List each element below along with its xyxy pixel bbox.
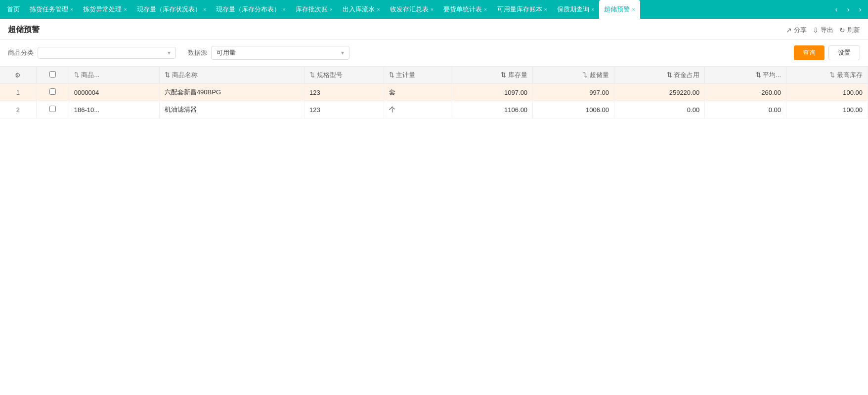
col-max-sort-icon: ⇅ bbox=[829, 71, 835, 79]
category-chevron-icon: ▾ bbox=[168, 49, 171, 56]
datasource-label: 数据源 bbox=[188, 48, 207, 57]
page-title: 超储预警 bbox=[8, 25, 40, 35]
table-row: 1 0000004 六配套新昌490BPG 123 套 1097.00 997.… bbox=[0, 84, 868, 101]
row-name-1: 机油滤清器 bbox=[159, 101, 304, 118]
datasource-filter: 数据源 可用量 ▾ bbox=[188, 46, 349, 60]
row-capital-1: 0.00 bbox=[614, 101, 704, 118]
select-all-checkbox[interactable] bbox=[49, 71, 56, 78]
refresh-button[interactable]: ↻ 刷新 bbox=[839, 26, 860, 35]
nav-item-9[interactable]: 可用量库存账本 × bbox=[492, 0, 552, 19]
col-stock-sort-icon: ⇅ bbox=[501, 71, 506, 79]
nav-close-2[interactable]: × bbox=[124, 6, 127, 12]
col-name-header[interactable]: ⇅ 商品名称 bbox=[159, 67, 304, 84]
refresh-icon: ↻ bbox=[839, 26, 845, 34]
row-unit-0: 套 bbox=[384, 84, 451, 101]
col-checkbox[interactable] bbox=[36, 67, 69, 84]
data-table: ⚙ ⇅ 商品... ⇅ 商品名称 ⇅ 规格型号 bbox=[0, 66, 868, 118]
nav-item-7[interactable]: 收发存汇总表 × bbox=[385, 0, 438, 19]
nav-item-10[interactable]: 保质期查询 × bbox=[552, 0, 599, 19]
gear-icon: ⚙ bbox=[15, 72, 21, 79]
page-header: 超储预警 ↗ 分享 ⇩ 导出 ↻ 刷新 bbox=[0, 19, 868, 40]
col-spec-header[interactable]: ⇅ 规格型号 bbox=[304, 67, 384, 84]
row-checkbox-0[interactable] bbox=[36, 84, 69, 101]
nav-close-9[interactable]: × bbox=[544, 6, 547, 12]
datasource-chevron-icon: ▾ bbox=[341, 49, 344, 56]
col-avg-header[interactable]: ⇅ 平均... bbox=[705, 67, 786, 84]
col-code-sort-icon: ⇅ bbox=[74, 71, 80, 79]
nav-item-6[interactable]: 出入库流水 × bbox=[338, 0, 385, 19]
row-num-1: 2 bbox=[0, 101, 36, 118]
export-icon: ⇩ bbox=[813, 26, 819, 34]
nav-close-8[interactable]: × bbox=[484, 6, 487, 12]
row-spec-1: 123 bbox=[304, 101, 384, 118]
nav-close-1[interactable]: × bbox=[70, 6, 73, 12]
col-capital-sort-icon: ⇅ bbox=[667, 71, 672, 79]
table-wrapper: ⚙ ⇅ 商品... ⇅ 商品名称 ⇅ 规格型号 bbox=[0, 66, 868, 118]
row-spec-0: 123 bbox=[304, 84, 384, 101]
nav-bar: 首页 拣货任务管理 × 拣货异常处理 × 现存量（库存状况表） × 现存量（库存… bbox=[0, 0, 868, 19]
col-capital-header[interactable]: ⇅ 资金占用 bbox=[614, 67, 704, 84]
nav-item-8[interactable]: 要货单统计表 × bbox=[438, 0, 492, 19]
share-button[interactable]: ↗ 分享 bbox=[786, 26, 807, 35]
col-stock-header[interactable]: ⇅ 库存量 bbox=[451, 67, 533, 84]
row-code-1: 186-10... bbox=[69, 101, 159, 118]
filter-buttons: 查询 设置 bbox=[794, 45, 860, 60]
col-over-sort-icon: ⇅ bbox=[582, 71, 588, 79]
nav-item-4[interactable]: 现存量（库存分布表） × bbox=[211, 0, 290, 19]
category-filter: 商品分类 ▾ bbox=[8, 47, 176, 59]
settings-button[interactable]: 设置 bbox=[828, 45, 860, 60]
share-icon: ↗ bbox=[786, 26, 792, 34]
row-avg-0: 260.00 bbox=[705, 84, 786, 101]
datasource-select[interactable]: 可用量 ▾ bbox=[211, 46, 349, 60]
nav-item-5[interactable]: 库存批次账 × bbox=[291, 0, 338, 19]
category-label: 商品分类 bbox=[8, 48, 34, 57]
col-unit-sort-icon: ⇅ bbox=[389, 71, 394, 79]
col-over-header[interactable]: ⇅ 超储量 bbox=[533, 67, 614, 84]
nav-close-10[interactable]: × bbox=[591, 6, 594, 12]
query-button[interactable]: 查询 bbox=[794, 45, 825, 60]
row-name-0: 六配套新昌490BPG bbox=[159, 84, 304, 101]
row-over-0: 997.00 bbox=[533, 84, 614, 101]
page-content: 超储预警 ↗ 分享 ⇩ 导出 ↻ 刷新 商品分类 ▾ 数据源 bbox=[0, 19, 868, 395]
category-select[interactable]: ▾ bbox=[38, 47, 176, 59]
row-unit-1: 个 bbox=[384, 101, 451, 118]
nav-close-11[interactable]: × bbox=[632, 6, 635, 12]
col-spec-sort-icon: ⇅ bbox=[309, 71, 315, 79]
row-avg-1: 0.00 bbox=[705, 101, 786, 118]
datasource-select-value: 可用量 bbox=[217, 48, 236, 57]
col-settings[interactable]: ⚙ bbox=[0, 67, 36, 84]
nav-item-active[interactable]: 超储预警 × bbox=[599, 0, 640, 19]
row-num-0: 1 bbox=[0, 84, 36, 101]
row-capital-0: 259220.00 bbox=[614, 84, 704, 101]
nav-item-1[interactable]: 拣货任务管理 × bbox=[25, 0, 78, 19]
page-actions: ↗ 分享 ⇩ 导出 ↻ 刷新 bbox=[786, 26, 860, 35]
row-code-0: 0000004 bbox=[69, 84, 159, 101]
nav-arrows: ‹ › › bbox=[830, 0, 866, 19]
row-max-1: 100.00 bbox=[786, 101, 868, 118]
table-header-row: ⚙ ⇅ 商品... ⇅ 商品名称 ⇅ 规格型号 bbox=[0, 67, 868, 84]
row-max-0: 100.00 bbox=[786, 84, 868, 101]
nav-next-button[interactable]: › bbox=[842, 0, 854, 19]
col-avg-sort-icon: ⇅ bbox=[756, 71, 761, 79]
nav-item-home[interactable]: 首页 bbox=[2, 0, 25, 19]
col-max-header[interactable]: ⇅ 最高库存 bbox=[786, 67, 868, 84]
row-checkbox-1[interactable] bbox=[36, 101, 69, 118]
row-stock-1: 1106.00 bbox=[451, 101, 533, 118]
nav-close-5[interactable]: × bbox=[330, 6, 333, 12]
col-unit-header[interactable]: ⇅ 主计量 bbox=[384, 67, 451, 84]
table-row: 2 186-10... 机油滤清器 123 个 1106.00 1006.00 … bbox=[0, 101, 868, 118]
row-over-1: 1006.00 bbox=[533, 101, 614, 118]
export-button[interactable]: ⇩ 导出 bbox=[813, 26, 833, 35]
col-code-header[interactable]: ⇅ 商品... bbox=[69, 67, 159, 84]
row-stock-0: 1097.00 bbox=[451, 84, 533, 101]
nav-close-3[interactable]: × bbox=[203, 6, 206, 12]
nav-prev-button[interactable]: ‹ bbox=[830, 0, 842, 19]
nav-item-2[interactable]: 拣货异常处理 × bbox=[78, 0, 131, 19]
col-name-sort-icon: ⇅ bbox=[165, 71, 170, 79]
nav-close-7[interactable]: × bbox=[431, 6, 434, 12]
nav-item-3[interactable]: 现存量（库存状况表） × bbox=[132, 0, 211, 19]
filter-bar: 商品分类 ▾ 数据源 可用量 ▾ 查询 设置 bbox=[0, 40, 868, 66]
nav-more-button[interactable]: › bbox=[854, 0, 866, 19]
nav-close-6[interactable]: × bbox=[377, 6, 380, 12]
nav-close-4[interactable]: × bbox=[282, 6, 285, 12]
